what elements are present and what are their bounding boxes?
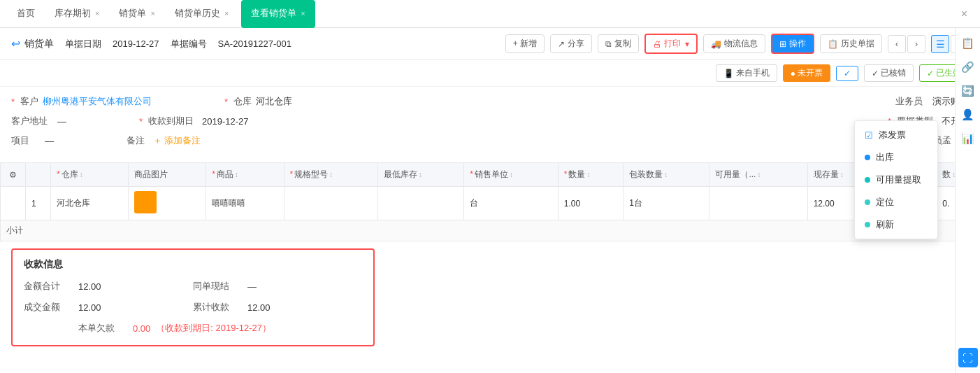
customer-field: * 客户 柳州粤港平安气体有限公司	[11, 95, 152, 108]
list-view-button[interactable]: ☰	[931, 35, 949, 53]
col-qty: *数量↕	[558, 163, 624, 187]
doc-meta: 单据日期 2019-12-27 单据编号 SA-20191227-001	[65, 38, 291, 50]
payment-date-value: 2019-12-27	[202, 116, 249, 127]
col-warehouse: *仓库↕	[51, 163, 129, 187]
main-area: ↩ 销货单 单据日期 2019-12-27 单据编号 SA-20191227-0…	[0, 28, 980, 373]
row-img	[129, 187, 206, 220]
locate-item[interactable]: 定位	[855, 191, 937, 213]
dropdown-menu: ☑ 添发票 出库 可用量提取 定位 刷新	[854, 120, 938, 239]
col-settings[interactable]: ⚙	[1, 163, 26, 187]
row-warehouse: 河北仓库	[51, 187, 129, 220]
staff-label: 业务员	[895, 95, 923, 108]
form-row-3: 项目 — 备注 ＋ 添加备注 * 业务员孟 —	[11, 134, 969, 147]
row-settings	[1, 187, 26, 220]
col-pack-qty: 包装数量↕	[624, 163, 709, 187]
cumulative-row: 累计收款 12.00	[193, 299, 362, 316]
check-icon: ✓	[844, 69, 851, 78]
project-value: —	[45, 136, 54, 146]
no-value: SA-20191227-001	[218, 38, 292, 49]
address-field: 客户地址 —	[11, 115, 66, 127]
copy-button[interactable]: ⧉ 复制	[598, 34, 639, 53]
sidebar-expand-icon[interactable]: ⛶	[958, 348, 978, 367]
note-field: 备注 ＋ 添加备注	[127, 134, 201, 147]
add-note-button[interactable]: ＋ 添加备注	[153, 134, 201, 147]
note-label: 备注	[127, 134, 145, 147]
verified-check-button[interactable]: ✓	[836, 66, 858, 81]
from-phone-button[interactable]: 📱 来自手机	[716, 64, 777, 82]
payment-section: 收款信息 金额合计 12.00 同单现结 — 成交金额 12.00 累计收款 1…	[11, 248, 375, 346]
share-button[interactable]: ↗ 分享	[550, 34, 592, 53]
refresh-dot	[865, 222, 870, 227]
prev-button[interactable]: ‹	[888, 35, 906, 53]
same-order-value: —	[247, 281, 257, 292]
sidebar-chart-icon[interactable]: 📊	[958, 129, 978, 148]
transaction-row: 成交金额 12.00	[24, 299, 193, 316]
row-available	[709, 187, 807, 220]
outbound-item[interactable]: 出库	[855, 146, 937, 169]
plus-icon: ＋	[153, 134, 162, 147]
ops-button[interactable]: ⊞ 操作	[771, 34, 814, 54]
same-order-label: 同单现结	[193, 280, 242, 293]
row-qty: 1.00	[558, 187, 624, 220]
date-value: 2019-12-27	[113, 38, 159, 49]
history-button[interactable]: 📋 历史单据	[820, 34, 882, 53]
subtotal-row: 小计	[1, 220, 980, 241]
same-order-row: 同单现结 —	[193, 278, 362, 295]
tab-close-inventory[interactable]: ×	[95, 9, 99, 17]
sidebar-user-icon[interactable]: 👤	[958, 105, 978, 125]
locate-dot	[865, 199, 870, 205]
phone-icon: 📱	[723, 69, 734, 78]
tab-inventory-start[interactable]: 库存期初 ×	[45, 0, 109, 28]
payment-grid: 金额合计 12.00 同单现结 — 成交金额 12.00 累计收款 12.00 …	[24, 278, 362, 337]
refresh-item[interactable]: 刷新	[855, 213, 937, 236]
transaction-value: 12.00	[78, 302, 101, 313]
col-product: *商品↕	[206, 163, 284, 187]
payment-date-label: 收款到期日	[148, 115, 194, 127]
add-invoice-item[interactable]: ☑ 添发票	[855, 124, 937, 146]
address-label: 客户地址	[11, 115, 48, 127]
not-open-ticket-button[interactable]: ● 未开票	[783, 64, 830, 82]
no-label: 单据编号	[171, 38, 207, 50]
customer-value[interactable]: 柳州粤港平安气体有限公司	[43, 95, 152, 108]
project-label: 项目	[11, 134, 29, 147]
warehouse-label: 仓库	[233, 95, 252, 108]
balance-value: 0.00	[133, 323, 150, 334]
date-label: 单据日期	[65, 38, 101, 50]
sales-order-icon: ↩	[11, 37, 20, 50]
tab-close-sales[interactable]: ×	[150, 9, 154, 17]
new-button[interactable]: + 新增	[505, 34, 545, 53]
balance-label: 本单欠款	[78, 322, 127, 335]
table-row: 1 河北仓库 嘻嘻嘻嘻 台 1.00 1台 12.00 0.	[1, 187, 980, 220]
tab-sales-history[interactable]: 销货单历史 ×	[165, 0, 238, 28]
checkbox-icon: ☑	[865, 130, 873, 141]
right-sidebar: 📋 🔗 🔄 👤 📊 ⛶	[955, 28, 980, 373]
truck-icon: 🚚	[711, 39, 721, 49]
print-icon: 🖨	[653, 39, 661, 49]
toolbar-row: 📱 来自手机 ● 未开票 ✓ ✓ 已核销 ✓ 已生效	[0, 60, 980, 87]
cumulative-value: 12.00	[247, 302, 271, 313]
sidebar-link-icon[interactable]: 🔗	[958, 57, 978, 77]
sidebar-doc-icon[interactable]: 📋	[958, 34, 978, 53]
product-image	[134, 191, 157, 213]
doc-type-label: 销货单	[24, 38, 54, 50]
tab-home[interactable]: 首页	[7, 0, 45, 28]
balance-row: 本单欠款 0.00 （收款到期日: 2019-12-27）	[24, 320, 362, 337]
available-qty-item[interactable]: 可用量提取	[855, 169, 937, 191]
col-no	[26, 163, 51, 187]
tab-view-sales-order[interactable]: 查看销货单 ×	[241, 0, 315, 28]
tab-close-view[interactable]: ×	[301, 9, 305, 17]
next-button[interactable]: ›	[907, 35, 925, 53]
print-button[interactable]: 🖨 打印 ▾	[644, 34, 698, 54]
close-all-button[interactable]: ×	[956, 8, 973, 20]
payment-date-field: * 收款到期日 2019-12-27	[139, 115, 249, 127]
col-min-stock: 最低库存↕	[378, 163, 464, 187]
tab-close-history[interactable]: ×	[224, 9, 229, 17]
row-sales-unit: 台	[464, 187, 559, 220]
sidebar-refresh-icon[interactable]: 🔄	[958, 81, 978, 101]
tab-sales-order[interactable]: 销货单 ×	[109, 0, 164, 28]
total-amount-value: 12.00	[78, 281, 101, 292]
cancelled-button[interactable]: ✓ 已核销	[864, 64, 914, 82]
logistics-button[interactable]: 🚚 物流信息	[703, 34, 765, 53]
row-no: 1	[26, 187, 51, 220]
subtotal-label: 小计	[1, 220, 980, 241]
